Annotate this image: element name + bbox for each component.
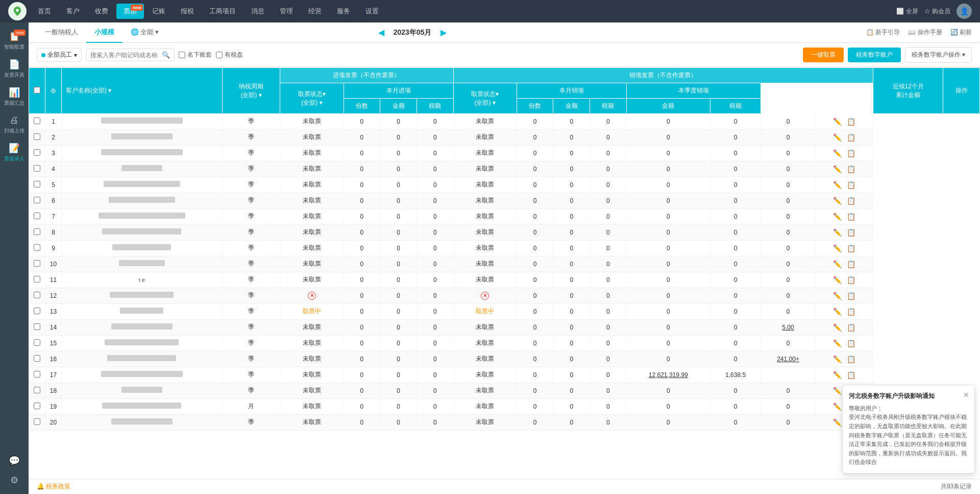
sidebar-item-chat[interactable]: 💬 [1,451,28,471]
nav-manage[interactable]: 管理 [273,4,300,19]
row-checkbox[interactable] [34,181,40,187]
checkbox-subledger-input[interactable] [179,52,185,58]
row-checkbox[interactable] [34,117,40,124]
select-all-checkbox[interactable] [34,87,40,93]
sidebar-item-config[interactable]: ⚙ [1,471,28,490]
row-checkbox[interactable] [34,133,40,140]
copy-button[interactable]: 📋 [846,275,856,285]
copy-button[interactable]: 📋 [846,227,856,238]
tab-general-taxpayer[interactable]: 一般纳税人 [37,22,86,43]
avatar[interactable]: 👤 [957,4,972,19]
employee-select[interactable]: 全部员工 ▾ [37,48,82,62]
sidebar-item-summary[interactable]: 📊 票据汇总 [1,83,28,111]
sidebar-item-scan[interactable]: 🖨 扫描上传 [1,111,28,138]
row-checkbox[interactable] [34,418,40,425]
row-checkbox[interactable] [34,403,40,409]
copy-button[interactable]: 📋 [846,307,856,317]
row-checkbox[interactable] [34,260,40,267]
edit-button[interactable]: ✏️ [832,322,843,333]
row-checkbox[interactable] [34,371,40,378]
copy-button[interactable]: 📋 [846,259,856,269]
row-checkbox[interactable] [34,149,40,156]
edit-button[interactable]: ✏️ [832,132,843,143]
tooltip-close-button[interactable]: ✕ [963,389,969,401]
copy-button[interactable]: 📋 [846,370,856,380]
nav-operation[interactable]: 经营 [301,4,329,19]
tax-policy-link[interactable]: 🔔 税务政策 [37,482,70,491]
nav-settings[interactable]: 设置 [358,4,386,19]
copy-button[interactable]: 📋 [846,196,856,206]
checkbox-taxdisk-input[interactable] [216,52,223,58]
search-input[interactable] [90,52,162,59]
edit-button[interactable]: ✏️ [832,386,843,396]
refresh-btn[interactable]: 🔄 刷新 [950,28,972,37]
row-checkbox[interactable] [34,244,40,251]
sidebar-item-open-invoice[interactable]: 📄 发票开具 [1,55,28,83]
row-checkbox[interactable] [34,276,40,283]
row-checkbox[interactable] [34,339,40,346]
row-checkbox[interactable] [34,387,40,393]
nav-invoice[interactable]: 票据 new [116,4,144,19]
edit-button[interactable]: ✏️ [832,354,843,364]
guide-link[interactable]: 📋 新手引导 [866,28,900,37]
sidebar-item-entry[interactable]: 📝 票据录入 [1,138,28,167]
copy-button[interactable]: 📋 [846,116,856,127]
tab-small-scale[interactable]: 小规模 [86,22,122,43]
copy-button[interactable]: 📋 [846,180,856,190]
nav-customer[interactable]: 客户 [59,4,87,19]
row-checkbox[interactable] [34,228,40,235]
fetch-tickets-button[interactable]: 一键取票 [803,48,844,62]
prev-month-button[interactable]: ◀ [375,27,387,38]
edit-button[interactable]: ✏️ [832,148,843,158]
edit-button[interactable]: ✏️ [832,291,843,301]
next-month-button[interactable]: ▶ [437,27,450,38]
copy-button[interactable]: 📋 [846,338,856,348]
edit-button[interactable]: ✏️ [832,417,843,428]
edit-button[interactable]: ✏️ [832,402,843,412]
row-checkbox[interactable] [34,213,40,219]
copy-button[interactable]: 📋 [846,164,856,174]
row-checkbox[interactable] [34,355,40,362]
copy-button[interactable]: 📋 [846,148,856,158]
edit-button[interactable]: ✏️ [832,275,843,285]
row-checkbox[interactable] [34,308,40,314]
manual-link[interactable]: 📖 操作手册 [908,28,942,37]
copy-button[interactable]: 📋 [846,291,856,301]
checkbox-taxdisk[interactable]: 有税盘 [216,51,243,59]
copy-button[interactable]: 📋 [846,211,856,222]
edit-button[interactable]: ✏️ [832,259,843,269]
row-checkbox[interactable] [34,165,40,172]
nav-service[interactable]: 服务 [330,4,357,19]
row-checkbox[interactable] [34,323,40,330]
nav-accounting[interactable]: 记账 [145,4,173,19]
edit-button[interactable]: ✏️ [832,307,843,317]
nav-home[interactable]: 首页 [31,4,58,19]
nav-business[interactable]: 工商项目 [202,4,243,19]
row-checkbox[interactable] [34,197,40,203]
copy-button[interactable]: 📋 [846,132,856,143]
edit-button[interactable]: ✏️ [832,227,843,238]
fullscreen-btn[interactable]: ⬜ 全屏 [896,7,918,16]
edit-button[interactable]: ✏️ [832,243,843,253]
digital-account-button[interactable]: 税务数字账户 [848,48,901,62]
row-checkbox[interactable] [34,292,40,298]
edit-button[interactable]: ✏️ [832,338,843,348]
copy-button[interactable]: 📋 [846,322,856,333]
edit-button[interactable]: ✏️ [832,196,843,206]
vip-btn[interactable]: ☆ 购会员 [924,7,950,16]
copy-button[interactable]: 📋 [846,354,856,364]
digital-account-op-button[interactable]: 税务数字账户操作 ▾ [905,47,972,63]
tab-all[interactable]: 🌐 全能 ▾ [122,22,167,43]
checkbox-subledger[interactable]: 名下账套 [179,51,212,59]
search-icon[interactable]: 🔍 [162,51,170,59]
nav-tax[interactable]: 报税 [174,4,201,19]
edit-button[interactable]: ✏️ [832,164,843,174]
edit-button[interactable]: ✏️ [832,211,843,222]
edit-button[interactable]: ✏️ [832,180,843,190]
nav-message[interactable]: 消息 [244,4,272,19]
edit-button[interactable]: ✏️ [832,116,843,127]
settings-icon[interactable]: ⚙ [51,87,56,95]
copy-button[interactable]: 📋 [846,243,856,253]
nav-fee[interactable]: 收费 [88,4,115,19]
edit-button[interactable]: ✏️ [832,370,843,380]
